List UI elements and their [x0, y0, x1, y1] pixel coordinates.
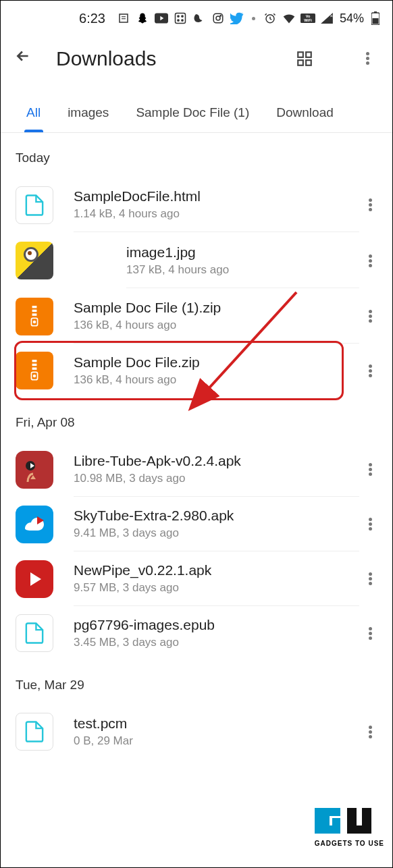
file-menu-button[interactable]	[359, 303, 382, 329]
file-name: pg67796-images.epub	[74, 617, 359, 633]
section-header-today: Today	[1, 133, 392, 178]
svg-rect-4	[175, 13, 185, 24]
file-icon-doc	[16, 713, 53, 751]
youtube-icon	[154, 11, 169, 26]
svg-rect-30	[32, 364, 37, 366]
status-time: 6:23	[79, 11, 105, 26]
svg-point-6	[182, 16, 183, 17]
file-icon-apk	[16, 506, 53, 543]
svg-rect-38	[315, 808, 340, 816]
twitter-icon	[230, 11, 244, 26]
file-menu-button[interactable]	[359, 456, 382, 483]
app-header: Downloads	[1, 36, 392, 80]
svg-rect-24	[32, 306, 37, 308]
snapchat-icon	[135, 11, 150, 26]
file-icon-apk	[16, 560, 53, 598]
file-name: SampleDocFile.html	[74, 188, 359, 205]
file-meta: 0 B, 29 Mar	[74, 734, 359, 748]
file-meta: 136 kB, 4 hours ago	[74, 373, 359, 387]
file-name: Sample Doc File.zip	[74, 354, 359, 371]
tab-all[interactable]: All	[26, 105, 41, 132]
svg-point-28	[33, 320, 36, 323]
svg-rect-20	[298, 52, 303, 57]
section-header-fri: Fri, Apr 08	[1, 398, 392, 442]
file-name: NewPipe_v0.22.1.apk	[74, 562, 359, 578]
signal-icon: ×	[319, 11, 334, 26]
file-menu-button[interactable]	[359, 248, 382, 274]
svg-rect-21	[306, 52, 311, 57]
notification-icon	[116, 11, 131, 26]
section-header-tue: Tue, Mar 29	[1, 660, 392, 705]
file-menu-button[interactable]	[359, 511, 382, 537]
file-row[interactable]: Sample Doc File (1).zip 136 kB, 4 hours …	[1, 289, 392, 344]
file-icon-apk	[16, 451, 53, 489]
file-menu-button[interactable]	[359, 192, 382, 218]
watermark-text: GADGETS TO USE	[315, 840, 384, 847]
file-menu-button[interactable]	[359, 719, 382, 745]
status-bar: 6:23 VoWiFi	[1, 1, 392, 36]
svg-rect-26	[32, 313, 37, 315]
svg-point-33	[33, 375, 36, 378]
tab-images[interactable]: images	[68, 105, 109, 132]
file-row[interactable]: NewPipe_v0.22.1.apk 9.57 MB, 3 days ago	[1, 551, 392, 606]
filter-tabs: All images Sample Doc File (1) Download	[1, 80, 392, 133]
tab-sample-doc[interactable]: Sample Doc File (1)	[136, 105, 249, 132]
svg-text:×: ×	[330, 13, 333, 19]
file-meta: 9.41 MB, 3 days ago	[74, 526, 359, 540]
file-name: Libre-Tube-Apk-v0.2.4.apk	[74, 453, 359, 469]
file-meta: 137 kB, 4 hours ago	[126, 263, 359, 277]
status-icons: VoWiFi × 54%	[116, 11, 383, 26]
grid-view-button[interactable]	[296, 50, 313, 67]
apps-icon	[173, 11, 188, 26]
instagram-icon	[211, 11, 226, 26]
svg-point-10	[216, 16, 220, 20]
svg-point-11	[220, 16, 221, 17]
file-name: test.pcm	[74, 715, 359, 732]
svg-point-7	[178, 20, 179, 21]
file-meta: 10.98 MB, 3 days ago	[74, 472, 359, 485]
file-icon-zip	[16, 352, 53, 389]
svg-rect-43	[347, 825, 371, 834]
file-meta: 136 kB, 4 hours ago	[74, 319, 359, 332]
file-icon-zip	[16, 298, 53, 335]
battery-icon	[368, 11, 383, 26]
tab-download[interactable]: Download	[276, 105, 334, 132]
file-row[interactable]: SampleDocFile.html 1.14 kB, 4 hours ago	[1, 178, 392, 232]
battery-percent: 54%	[340, 11, 364, 26]
file-name: Sample Doc File (1).zip	[74, 300, 359, 316]
file-row[interactable]: image1.jpg 137 kB, 4 hours ago	[1, 232, 392, 289]
file-row[interactable]: SkyTube-Extra-2.980.apk 9.41 MB, 3 days …	[1, 497, 392, 551]
file-menu-button[interactable]	[359, 566, 382, 592]
file-icon-doc	[16, 186, 53, 224]
alarm-icon	[263, 11, 278, 26]
file-menu-button[interactable]	[359, 358, 382, 384]
file-meta: 9.57 MB, 3 days ago	[74, 581, 359, 595]
svg-rect-18	[374, 11, 377, 13]
svg-rect-0	[120, 14, 128, 22]
back-button[interactable]	[14, 47, 32, 70]
file-name: image1.jpg	[126, 244, 359, 261]
svg-rect-23	[306, 60, 311, 65]
watermark: GADGETS TO USE	[315, 805, 384, 847]
file-meta: 3.45 MB, 3 days ago	[74, 636, 359, 649]
vowifi-icon: VoWiFi	[300, 11, 315, 26]
svg-rect-40	[321, 825, 340, 834]
app-icon	[192, 11, 207, 26]
file-row[interactable]: test.pcm 0 B, 29 Mar	[1, 705, 392, 759]
file-icon-doc	[16, 614, 53, 652]
file-row[interactable]: Libre-Tube-Apk-v0.2.4.apk 10.98 MB, 3 da…	[1, 442, 392, 497]
svg-text:Vo: Vo	[306, 14, 311, 18]
file-row[interactable]: pg67796-images.epub 3.45 MB, 3 days ago	[1, 606, 392, 660]
wifi-icon	[282, 11, 296, 26]
svg-rect-25	[32, 309, 37, 311]
file-meta: 1.14 kB, 4 hours ago	[74, 207, 359, 221]
svg-text:WiFi: WiFi	[304, 19, 312, 23]
svg-rect-29	[32, 360, 37, 362]
svg-rect-31	[32, 367, 37, 369]
svg-point-5	[178, 16, 179, 17]
file-menu-button[interactable]	[359, 620, 382, 647]
page-title: Downloads	[56, 47, 271, 70]
file-row-highlighted[interactable]: Sample Doc File.zip 136 kB, 4 hours ago	[1, 344, 392, 398]
status-dot	[252, 17, 255, 20]
header-menu-button[interactable]	[357, 45, 379, 72]
